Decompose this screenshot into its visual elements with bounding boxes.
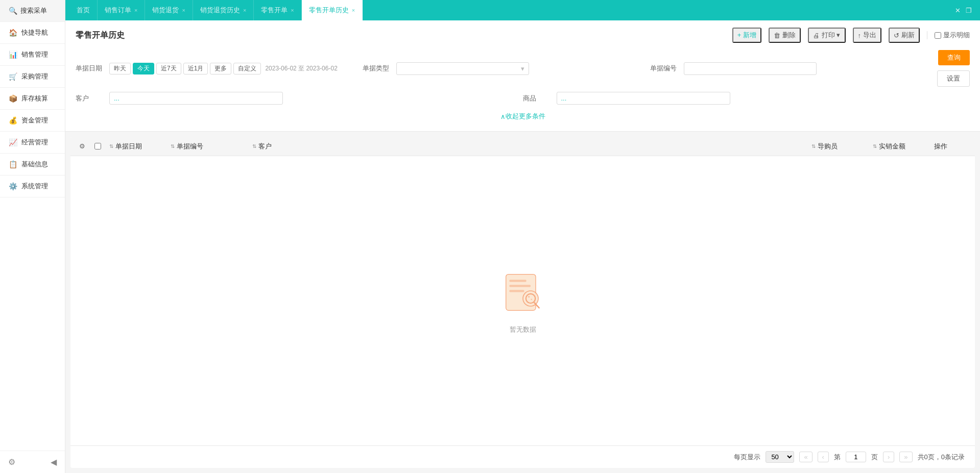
th-ops: 操作 xyxy=(930,142,971,151)
sidebar-bottom: ⚙ ◀ xyxy=(0,451,65,473)
print-button[interactable]: 🖨 打印 ▾ xyxy=(808,28,846,43)
search-icon: 🔍 xyxy=(8,6,17,15)
sidebar-item-quick-nav[interactable]: 🏠 快捷导航 xyxy=(0,22,65,44)
date-btn-custom[interactable]: 自定义 xyxy=(233,63,261,74)
settings-button[interactable]: 设置 xyxy=(937,70,970,87)
date-btn-yesterday[interactable]: 昨天 xyxy=(109,63,131,74)
sort-icon-amount[interactable]: ⇅ xyxy=(873,143,877,149)
delete-icon: 🗑 xyxy=(774,32,780,39)
collapse-row[interactable]: ∧ 收起更多条件 xyxy=(76,110,970,125)
select-all-input[interactable] xyxy=(94,143,101,150)
tab-retail-history[interactable]: 零售开单历史 × xyxy=(302,0,363,20)
tab-sales-order-close[interactable]: × xyxy=(134,8,137,13)
tab-bar-right: ✕ ❐ xyxy=(955,7,976,14)
content: 零售开单历史 + 新增 🗑 🗑 删除 删除 🖨 打印 ▾ ↑ 导出 xyxy=(65,20,980,473)
page-header: 零售开单历史 + 新增 🗑 🗑 删除 删除 🖨 打印 ▾ ↑ 导出 xyxy=(65,20,980,132)
customer-input[interactable]: ... xyxy=(109,92,283,105)
home-icon: 🏠 xyxy=(8,28,17,37)
chevron-down-icon: ▾ xyxy=(521,65,524,72)
print-icon: 🖨 xyxy=(813,32,820,39)
goods-label: 商品 xyxy=(523,94,553,103)
customer-field: 客户 ... xyxy=(76,92,523,105)
type-select[interactable]: ▾ xyxy=(396,62,529,75)
tab-sales-return-history[interactable]: 销货退货历史 × xyxy=(193,0,254,20)
toolbar: + 新增 🗑 🗑 删除 删除 🖨 打印 ▾ ↑ 导出 xyxy=(732,28,970,43)
tab-sales-order[interactable]: 销售订单 × xyxy=(98,0,145,20)
tab-sales-return-close[interactable]: × xyxy=(182,8,185,13)
sales-icon: 📊 xyxy=(8,50,17,59)
number-field: 单据编号 xyxy=(650,62,937,75)
sidebar-label-sales-mgmt: 销售管理 xyxy=(21,50,48,59)
search-form: 单据日期 昨天 今天 近7天 近1月 更多 自定义 2023-06-02 至 2… xyxy=(76,50,970,131)
date-btn-last7[interactable]: 近7天 xyxy=(156,63,181,74)
goods-ellipsis: ... xyxy=(561,94,567,102)
column-settings-icon[interactable]: ⚙ xyxy=(75,142,90,150)
display-detail-label: 显示明细 xyxy=(943,31,970,40)
sidebar-item-finance[interactable]: 💰 资金管理 xyxy=(0,110,65,132)
th-ops-label: 操作 xyxy=(934,142,947,151)
number-input[interactable] xyxy=(684,62,817,75)
page-unit: 页 xyxy=(871,453,878,462)
first-page-btn[interactable]: « xyxy=(799,452,812,462)
display-detail-checkbox[interactable]: 显示明细 xyxy=(935,31,970,40)
sidebar-item-operations[interactable]: 📈 经营管理 xyxy=(0,132,65,154)
sidebar-item-inventory[interactable]: 📦 库存核算 xyxy=(0,88,65,110)
type-label: 单据类型 xyxy=(363,64,392,73)
form-row-1: 单据日期 昨天 今天 近7天 近1月 更多 自定义 2023-06-02 至 2… xyxy=(76,50,970,87)
sidebar-item-sales-mgmt[interactable]: 📊 销售管理 xyxy=(0,44,65,66)
tab-sales-return[interactable]: 销货退货 × xyxy=(145,0,193,20)
export-button[interactable]: ↑ 导出 xyxy=(853,28,882,43)
svg-rect-3 xyxy=(509,290,524,292)
date-btn-more[interactable]: 更多 xyxy=(210,63,231,74)
finance-icon: 💰 xyxy=(8,116,17,125)
date-btn-last-month[interactable]: 近1月 xyxy=(183,63,208,74)
sidebar-label-inventory: 库存核算 xyxy=(21,94,48,103)
window-restore-icon[interactable]: ❐ xyxy=(966,7,972,14)
select-all-checkbox[interactable] xyxy=(90,143,105,150)
prev-page-btn[interactable]: ‹ xyxy=(818,452,829,462)
display-detail-input[interactable] xyxy=(935,32,941,39)
last-page-btn[interactable]: » xyxy=(899,452,912,462)
sort-icon-date[interactable]: ⇅ xyxy=(109,143,113,149)
sort-icon-customer[interactable]: ⇅ xyxy=(252,143,256,149)
page-label: 第 xyxy=(834,453,841,462)
sidebar-item-sys-mgmt[interactable]: ⚙️ 系统管理 xyxy=(0,176,65,197)
sidebar-label-operations: 经营管理 xyxy=(21,138,48,147)
query-button[interactable]: 查询 xyxy=(938,50,970,65)
svg-point-7 xyxy=(528,296,530,297)
delete-button[interactable]: 🗑 🗑 删除 删除 xyxy=(769,28,801,43)
tab-retail-history-close[interactable]: × xyxy=(352,8,355,13)
sort-icon-number[interactable]: ⇅ xyxy=(171,143,175,149)
window-close-icon[interactable]: ✕ xyxy=(955,7,961,14)
table-area: ⚙ ⇅ 单据日期 ⇅ 单据编号 ⇅ 客户 ⇅ 导购员 xyxy=(70,137,975,468)
th-customer: ⇅ 客户 xyxy=(248,142,807,151)
add-button[interactable]: + 新增 xyxy=(732,28,761,43)
th-number: ⇅ 单据编号 xyxy=(166,142,248,151)
sidebar-label-purchase-mgmt: 采购管理 xyxy=(21,72,48,81)
sidebar-item-basic-info[interactable]: 📋 基础信息 xyxy=(0,154,65,176)
empty-text: 暂无数据 xyxy=(510,325,536,334)
tab-retail-open-close[interactable]: × xyxy=(291,8,294,13)
settings-bottom-icon[interactable]: ⚙ xyxy=(8,457,15,467)
tab-sales-return-history-close[interactable]: × xyxy=(243,8,246,13)
page-title: 零售开单历史 xyxy=(76,30,125,41)
goods-input[interactable]: ... xyxy=(557,92,730,105)
basic-info-icon: 📋 xyxy=(8,160,17,169)
sidebar-item-purchase-mgmt[interactable]: 🛒 采购管理 xyxy=(0,66,65,88)
refresh-button[interactable]: ↺ 刷新 xyxy=(889,28,920,43)
svg-rect-2 xyxy=(509,285,531,287)
page-size-select[interactable]: 50 10 20 100 xyxy=(766,451,794,463)
date-btn-today[interactable]: 今天 xyxy=(133,63,154,74)
sort-icon-guide[interactable]: ⇅ xyxy=(811,143,816,149)
tab-retail-open[interactable]: 零售开单 × xyxy=(254,0,301,20)
page-title-row: 零售开单历史 + 新增 🗑 🗑 删除 删除 🖨 打印 ▾ ↑ 导出 xyxy=(76,28,970,43)
page-input[interactable] xyxy=(846,452,866,462)
customer-label: 客户 xyxy=(76,94,105,103)
next-page-btn[interactable]: › xyxy=(883,452,894,462)
sidebar-search[interactable]: 🔍 搜索采单 xyxy=(0,0,65,22)
toolbar-divider xyxy=(927,31,927,39)
tab-home[interactable]: 首页 xyxy=(69,0,98,20)
collapse-sidebar-icon[interactable]: ◀ xyxy=(51,457,57,467)
operations-icon: 📈 xyxy=(8,138,17,147)
collapse-up-icon: ∧ xyxy=(500,113,506,120)
